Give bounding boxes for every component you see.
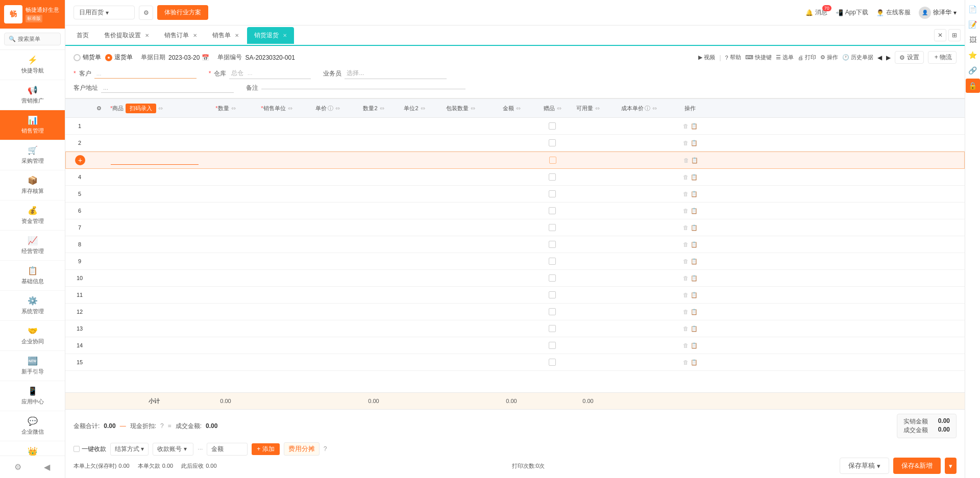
- row-3-product-input[interactable]: [111, 156, 199, 165]
- row-1-qty[interactable]: [200, 118, 251, 134]
- row-4-copy-icon[interactable]: 📋: [691, 174, 698, 181]
- user-menu[interactable]: 👤 徐泽华 ▾: [919, 7, 957, 19]
- row-4-delete-icon[interactable]: 🗑: [683, 174, 689, 180]
- sidebar-item-enterprise[interactable]: 🤝 企业协同: [0, 321, 65, 351]
- row-1-gift[interactable]: [537, 118, 568, 134]
- customer-address-input[interactable]: ...: [101, 83, 234, 93]
- app-download-button[interactable]: 📲 App下载: [836, 8, 868, 17]
- one-click-payment-check[interactable]: [74, 446, 80, 452]
- warehouse-input[interactable]: 总仓 ...: [229, 68, 311, 79]
- settings-gear-button[interactable]: ⚙: [139, 6, 153, 20]
- tab-close-all-button[interactable]: ✕: [934, 29, 946, 41]
- tab-sales-return[interactable]: 销货退货 ✕: [247, 27, 294, 44]
- payment-amount-input[interactable]: 金额: [207, 443, 248, 456]
- form-settings-btn[interactable]: ⚙ 设置: [895, 51, 924, 64]
- nav-next-icon[interactable]: ▶: [886, 54, 891, 61]
- operate-action-btn[interactable]: ⚙ 操作: [820, 54, 838, 61]
- sidebar-item-sales[interactable]: 📊 销售管理: [0, 110, 65, 140]
- save-draft-button[interactable]: 保存草稿 ▾: [840, 458, 889, 474]
- sidebar-item-finance[interactable]: 💰 资金管理: [0, 200, 65, 231]
- tab-expand-button[interactable]: ⊞: [948, 29, 961, 41]
- row-3-product[interactable]: [109, 152, 201, 168]
- row-1-product[interactable]: [108, 118, 200, 134]
- col-amount-drag[interactable]: ⇔: [516, 105, 521, 112]
- messages-button[interactable]: 🔔 消息 70: [805, 8, 827, 17]
- right-sidebar-doc-icon[interactable]: 📄: [966, 2, 980, 16]
- col-avail-drag[interactable]: ⇔: [595, 105, 600, 112]
- add-logistics-btn[interactable]: + 物流: [928, 51, 957, 64]
- tab-sales-return-close[interactable]: ✕: [283, 33, 287, 38]
- row-1-cost[interactable]: [608, 118, 670, 134]
- salesperson-input[interactable]: 选择...: [345, 68, 447, 79]
- row-1-qty2[interactable]: [353, 118, 394, 134]
- sidebar-search[interactable]: 🔍 搜索菜单: [0, 29, 65, 50]
- row-1-unit[interactable]: [251, 118, 302, 134]
- tab-sales-order-close[interactable]: ✕: [193, 33, 197, 38]
- radio-return[interactable]: 退货单: [105, 53, 133, 62]
- col-price-drag[interactable]: ⇔: [335, 105, 340, 112]
- col-qty-drag[interactable]: ⇔: [231, 105, 236, 112]
- save-new-dropdown-button[interactable]: ▾: [945, 458, 957, 474]
- remark-input[interactable]: [261, 87, 465, 89]
- sidebar-item-marketing[interactable]: 📢 营销推广: [0, 80, 65, 110]
- col-gift-drag[interactable]: ⇔: [557, 105, 561, 112]
- row-1-delete-icon[interactable]: 🗑: [683, 123, 689, 129]
- col-qty2-drag[interactable]: ⇔: [380, 105, 384, 112]
- tab-sales-order[interactable]: 销售订单 ✕: [157, 27, 204, 44]
- row-1-price[interactable]: [302, 118, 353, 134]
- sidebar-item-basic[interactable]: 📋 基础信息: [0, 261, 65, 291]
- sidebar-item-system[interactable]: ⚙️ 系统管理: [0, 291, 65, 321]
- row-1-amount[interactable]: [486, 118, 537, 134]
- account-number-select[interactable]: 收款账号 ▾: [153, 443, 193, 456]
- sidebar-item-wechat[interactable]: 💬 企业微信: [0, 411, 65, 441]
- row-3-copy-icon[interactable]: 📋: [691, 157, 698, 164]
- tab-sales-delivery-close[interactable]: ✕: [235, 33, 239, 38]
- shortcut-action-btn[interactable]: ⌨ 快捷键: [745, 54, 772, 61]
- help-action-btn[interactable]: ? 帮助: [725, 54, 741, 61]
- sidebar-item-appcenter[interactable]: 📱 应用中心: [0, 381, 65, 411]
- row-1-gift-checkbox[interactable]: [549, 122, 556, 130]
- row-3-delete-icon[interactable]: 🗑: [683, 157, 689, 163]
- col-product-drag[interactable]: ⇔: [158, 105, 163, 112]
- radio-delivery[interactable]: 销货单: [74, 53, 101, 62]
- right-sidebar-active-icon[interactable]: 🔒: [966, 79, 980, 93]
- scan-input-button[interactable]: 扫码录入: [126, 104, 156, 113]
- add-payment-button[interactable]: + 添加: [252, 443, 279, 455]
- sidebar-item-newguide[interactable]: 🆕 新手引导: [0, 351, 65, 381]
- sidebar-item-operations[interactable]: 📈 经营管理: [0, 231, 65, 261]
- col-price-info-icon[interactable]: ⓘ: [328, 105, 333, 112]
- sidebar-collapse-btn[interactable]: ◀: [34, 460, 61, 474]
- nav-prev-icon[interactable]: ◀: [877, 54, 882, 61]
- industry-selector[interactable]: 日用百货 ▾: [74, 6, 135, 19]
- select-action-btn[interactable]: ☰ 选单: [776, 54, 794, 61]
- col-cost-drag[interactable]: ⇔: [652, 105, 657, 112]
- row-1-copy-icon[interactable]: 📋: [691, 123, 698, 130]
- col-cost-info-icon[interactable]: ⓘ: [645, 105, 650, 112]
- search-menu-button[interactable]: 🔍 搜索菜单: [4, 33, 61, 45]
- sidebar-item-inventory[interactable]: 📦 库存核算: [0, 170, 65, 200]
- sidebar-item-shortcut[interactable]: ⚡ 快捷导航: [0, 50, 65, 80]
- tab-sales-delivery[interactable]: 销售单 ✕: [205, 27, 246, 44]
- right-sidebar-note-icon[interactable]: 📝: [966, 17, 980, 32]
- history-action-btn[interactable]: 🕐 历史单据: [842, 54, 873, 61]
- tab-price-setup[interactable]: 售价提取设置 ✕: [97, 27, 156, 44]
- row-1-pack[interactable]: [435, 118, 486, 134]
- print-action-btn[interactable]: 🖨 打印: [798, 54, 816, 61]
- right-sidebar-link-icon[interactable]: 🔗: [966, 63, 980, 78]
- col-gear-header[interactable]: ⚙: [90, 99, 108, 117]
- sidebar-item-vip[interactable]: 👑 畅会员: [0, 441, 65, 456]
- calendar-icon[interactable]: 📅: [202, 54, 209, 61]
- col-unit-drag[interactable]: ⇔: [288, 105, 292, 112]
- add-row-button[interactable]: +: [75, 155, 85, 165]
- row-2-copy-icon[interactable]: 📋: [691, 140, 698, 146]
- row-1-unit2[interactable]: [394, 118, 435, 134]
- sidebar-item-purchase[interactable]: 🛒 采购管理: [0, 140, 65, 170]
- settlement-method-select[interactable]: 结算方式 ▾: [110, 443, 149, 456]
- sidebar-settings-btn[interactable]: ⚙: [4, 460, 32, 474]
- one-click-payment-checkbox[interactable]: 一键收款: [74, 445, 106, 454]
- customer-input[interactable]: ...: [94, 69, 197, 79]
- save-new-button[interactable]: 保存&新增: [893, 458, 941, 474]
- tab-home[interactable]: 首页: [69, 27, 96, 44]
- right-sidebar-image-icon[interactable]: 🖼: [966, 33, 980, 47]
- col-pack-drag[interactable]: ⇔: [471, 105, 475, 112]
